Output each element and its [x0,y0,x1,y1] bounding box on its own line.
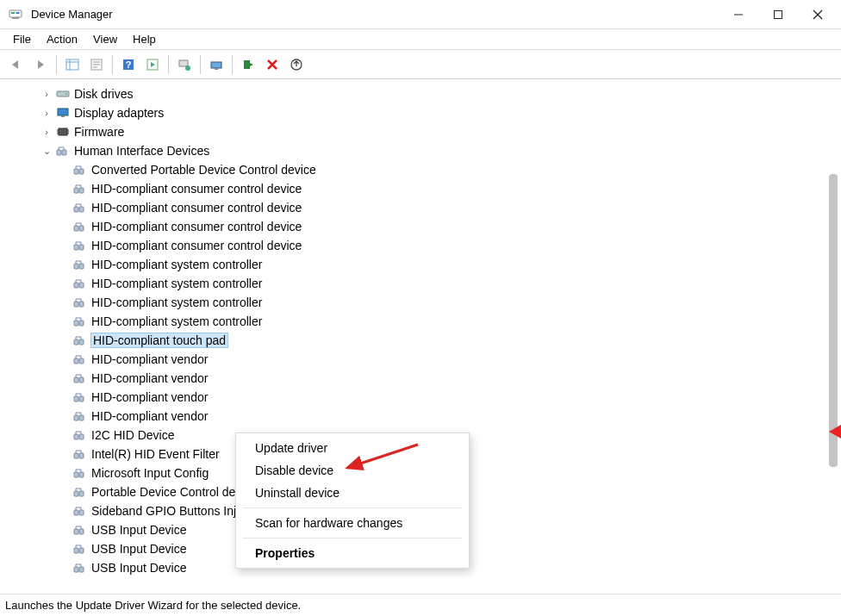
tree-leaf[interactable]: HID-compliant system controller [12,312,841,331]
svg-rect-76 [79,510,84,515]
node-label: HID-compliant consumer control device [91,201,302,215]
menu-action[interactable]: Action [39,31,85,47]
node-label: HID-compliant system controller [91,277,262,290]
node-label: Portable Device Control device [91,485,257,499]
uninstall-button[interactable] [261,53,283,76]
tree-leaf[interactable]: HID-compliant touch pad [12,331,841,350]
tree-node[interactable]: ›Display adapters [12,103,841,122]
svg-rect-49 [74,264,78,269]
chevron-icon[interactable]: › [40,108,53,118]
device-icon [72,410,88,422]
svg-point-27 [65,93,67,95]
tree-node[interactable]: ›Firmware [12,122,841,141]
ctx-update-driver[interactable]: Update driver [236,437,469,459]
menu-file[interactable]: File [5,31,39,47]
node-label: HID-compliant consumer control device [91,239,302,252]
svg-rect-43 [74,207,78,212]
device-icon [72,524,88,536]
tree-leaf[interactable]: HID-compliant vendor [12,407,841,426]
menu-view[interactable]: View [85,31,125,47]
node-label: Display adapters [74,106,164,120]
svg-rect-81 [74,567,78,572]
svg-rect-22 [244,60,250,69]
device-icon [72,258,88,271]
node-label: USB Input Device [91,542,187,556]
show-hide-tree-button[interactable] [61,53,84,76]
svg-rect-73 [74,491,78,496]
node-label: HID-compliant consumer control device [91,220,302,233]
help-button[interactable]: ? [117,53,140,76]
tree-leaf[interactable]: Converted Portable Device Control device [12,160,841,179]
svg-rect-71 [74,472,78,477]
ctx-disable-device[interactable]: Disable device [236,459,469,482]
tree-node[interactable]: ›Disk drives [12,84,841,103]
bring-up-button[interactable] [285,53,308,76]
device-icon [72,183,88,195]
tree-leaf[interactable]: HID-compliant vendor [12,369,841,388]
tree-leaf[interactable]: HID-compliant consumer control device [12,217,841,236]
svg-rect-67 [74,434,78,439]
close-button[interactable] [798,0,838,28]
svg-rect-1 [11,12,15,14]
scan-hardware-button[interactable] [205,53,227,76]
ctx-scan-hardware[interactable]: Scan for hardware changes [236,512,469,534]
node-label: HID-compliant vendor [91,390,208,404]
action-button[interactable] [141,53,164,76]
node-label: HID-compliant system controller [91,314,262,328]
minimize-button[interactable] [719,0,758,28]
svg-rect-55 [74,320,78,326]
app-icon [9,8,22,22]
svg-rect-39 [74,169,78,174]
ctx-separator [243,507,462,508]
category-icon [55,107,71,119]
svg-rect-70 [79,453,84,458]
svg-rect-56 [79,320,84,326]
back-button[interactable] [5,53,28,76]
toolbar-separator [232,55,233,74]
device-icon [72,448,88,460]
scrollbar-thumb[interactable] [829,174,838,467]
forward-button[interactable] [29,53,52,76]
svg-rect-79 [74,548,78,553]
menu-help[interactable]: Help [125,31,164,47]
tree-leaf[interactable]: HID-compliant system controller [12,274,841,293]
toolbar-separator [112,55,113,74]
toolbar-separator [56,55,57,74]
ctx-uninstall-device[interactable]: Uninstall device [236,482,469,504]
svg-rect-74 [79,491,84,496]
device-icon [72,296,88,308]
tree-leaf[interactable]: HID-compliant consumer control device [12,236,841,255]
properties-button[interactable] [85,53,108,76]
device-icon [72,353,88,365]
chevron-icon[interactable]: › [40,127,53,137]
chevron-icon[interactable]: ⌄ [40,146,53,157]
maximize-button[interactable] [758,0,798,28]
chevron-icon[interactable]: › [40,89,53,99]
context-menu: Update driver Disable device Uninstall d… [235,432,470,569]
tree-leaf[interactable]: HID-compliant consumer control device [12,179,841,198]
enable-button[interactable] [237,53,259,76]
category-icon [55,88,71,100]
svg-rect-57 [74,339,78,345]
tree-leaf[interactable]: HID-compliant vendor [12,388,841,407]
update-driver-button[interactable] [173,53,196,76]
node-label: Intel(R) HID Event Filter [91,447,220,461]
tree-leaf[interactable]: HID-compliant system controller [12,293,841,312]
device-icon [72,467,88,479]
svg-rect-30 [59,128,67,135]
svg-rect-60 [79,358,84,364]
svg-rect-72 [79,472,84,477]
ctx-properties[interactable]: Properties [236,542,469,564]
tree-leaf[interactable]: HID-compliant consumer control device [12,198,841,217]
svg-rect-80 [79,548,84,553]
svg-point-19 [185,65,190,71]
svg-rect-44 [79,207,84,212]
tree-leaf[interactable]: HID-compliant vendor [12,350,841,369]
svg-rect-38 [62,150,66,155]
tree-leaf[interactable]: HID-compliant system controller [12,255,841,274]
node-label: HID-compliant vendor [91,352,208,366]
svg-rect-37 [57,150,61,155]
tree-node[interactable]: ⌄Human Interface Devices [12,141,841,160]
svg-rect-8 [66,59,78,70]
svg-rect-78 [79,529,84,534]
